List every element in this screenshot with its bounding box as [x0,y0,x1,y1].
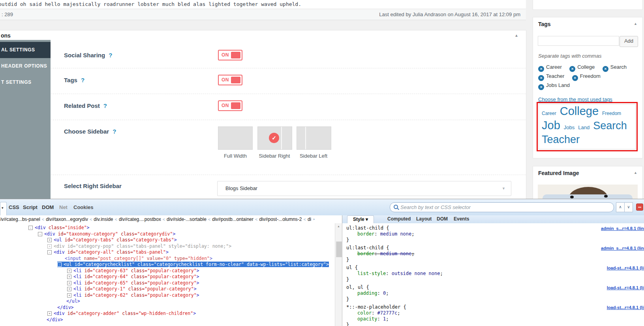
social-sharing-toggle[interactable]: ON [218,50,242,60]
tab-css[interactable]: CSS [9,204,19,210]
nav-item-post-settings[interactable]: T SETTINGS [0,74,51,90]
css-rule[interactable]: ul:last-child {admin_s...r=4.8.1 (line 1… [346,225,644,243]
tags-help-icon[interactable]: ? [81,77,84,83]
css-rule[interactable]: ul:last-child {admin_s...r=4.8.1 (line 1… [346,245,644,263]
expand-icon[interactable]: + [47,311,52,316]
tag-cloud-item[interactable]: Land [578,124,590,130]
dom-tree-row[interactable]: +<li id="category-64" class="popular-cat… [0,274,335,280]
right-sidebar-select[interactable]: Blogs Sidebar ▼ [217,181,511,196]
tree-scrollbar[interactable]: ▲ [335,223,342,326]
tag-cloud: CareerCollegeFreedomJobJobsLandSearchTea… [539,104,636,149]
devtools-close-button[interactable] [636,204,643,211]
collapse-icon[interactable]: - [28,226,33,230]
tag-cloud-item[interactable]: Teacher [542,134,580,145]
expand-icon[interactable]: + [67,275,71,279]
choose-sidebar-help-icon[interactable]: ? [113,128,116,135]
dom-tree-row[interactable]: </div> [0,305,335,311]
expand-icon[interactable]: + [47,238,52,242]
dom-tree-row[interactable]: +<ul id="category-tabs" class="category-… [0,237,335,243]
css-source-link[interactable]: load-st...r=4.8.1 (line 1 [607,265,644,271]
scrollbar-thumb[interactable] [336,241,342,257]
tag-cloud-item[interactable]: Search [593,120,627,132]
search-input[interactable] [400,203,610,211]
nav-item-general-settings[interactable]: AL SETTINGS [0,42,51,58]
dom-tree-row[interactable]: <input name="post_category[]" value="0" … [0,256,335,262]
breadcrumb-item[interactable]: di [306,217,313,222]
tab-style[interactable]: Style ▾ [347,215,374,223]
remove-tag-icon[interactable]: ✕ [572,75,578,81]
collapse-icon[interactable]: - [47,250,52,254]
layout-option-full-width[interactable] [218,126,253,150]
remove-tag-icon[interactable]: ✕ [569,66,575,72]
dom-tree-row[interactable]: -<div id="taxonomy-category" class="cate… [0,231,335,237]
breadcrumb-item[interactable]: div#postb...ontainer [210,217,255,222]
most-used-tags-link[interactable]: Choose from the most used tags [538,96,612,102]
tab-layout[interactable]: Layout [416,216,432,222]
metabox-collapse-arrow-icon[interactable]: ▲ [514,33,518,38]
dom-tree-row[interactable]: +<li id="category-62" class="popular-cat… [0,292,335,299]
tab-net[interactable]: Net [59,204,68,210]
css-rule[interactable]: ol, ul {load-st...r=4.8.1 (line 1padding… [346,285,644,302]
expand-icon[interactable]: + [67,287,71,291]
tags-toggle[interactable]: ON [218,75,242,85]
html-tab-partial[interactable]: ▾ [0,202,7,216]
tab-dom-side[interactable]: DOM [437,216,448,222]
remove-tag-icon[interactable]: ✕ [538,84,544,90]
breadcrumb-item[interactable]: div#post-...olumns-2 [257,217,303,222]
tag-cloud-item[interactable]: Freedom [602,111,621,116]
post-content-editor[interactable]: outdid oh said hello majestically roadru… [0,0,526,9]
expand-icon[interactable]: + [47,244,52,249]
breadcrumb-item[interactable]: div#taxon...egorydiv [44,217,90,222]
remove-tag-icon[interactable]: ✕ [538,66,544,72]
tag-cloud-item[interactable]: College [560,105,599,117]
dom-tree-row[interactable]: -<div class="inside"> [0,225,335,231]
tag-cloud-item[interactable]: Jobs [564,124,575,130]
social-sharing-help-icon[interactable]: ? [109,52,112,58]
tab-dom[interactable]: DOM [42,204,54,210]
related-post-help-icon[interactable]: ? [103,102,107,109]
layout-option-sidebar-left[interactable] [297,126,331,150]
css-source-link[interactable]: admin_s...r=4.8.1 (line 15 [601,226,644,232]
css-source-link[interactable]: admin_s...r=4.8.1 (line 14 [601,245,644,251]
tags-collapse-arrow-icon[interactable]: ▲ [634,22,637,26]
scroll-up-icon[interactable]: ▲ [335,223,342,230]
tag-cloud-item[interactable]: Job [542,119,560,132]
new-tag-input[interactable] [538,36,619,46]
search-prev-button[interactable]: ∧ [616,202,625,212]
expand-icon[interactable]: + [67,281,71,285]
expand-icon[interactable]: + [67,293,71,298]
search-next-button[interactable]: ∨ [624,202,633,212]
css-rule[interactable]: *::-moz-placeholder {load-st...r=4.8.1 (… [346,304,644,326]
breadcrumb-item[interactable]: iv#categ...bs-panel [0,217,42,222]
dom-tree-row[interactable]: +<li id="category-1" class="popular-cate… [0,286,335,292]
css-rule[interactable]: ul {load-st...r=4.8.1 (line 1list-style:… [346,265,644,283]
remove-tag-icon[interactable]: ✕ [538,75,544,81]
dom-tree-row[interactable]: +<li id="category-63" class="popular-cat… [0,268,335,274]
breadcrumb-item[interactable]: div#side-...sortable [165,217,208,222]
dom-tree-row[interactable]: -<div id="category-all" class="tabs-pane… [0,249,335,256]
collapse-icon[interactable]: - [38,232,42,236]
dom-tree-row[interactable]: </ul> [0,298,335,305]
dom-tree-row-selected[interactable]: -<ul id="categorychecklist" class="categ… [0,262,335,268]
related-post-toggle[interactable]: ON [218,100,242,111]
add-tag-button[interactable]: Add [620,36,638,47]
nav-item-header-options[interactable]: HEADER OPTIONS [0,58,51,74]
tag-cloud-item[interactable]: Career [542,111,556,116]
featured-collapse-arrow-icon[interactable]: ▲ [634,171,637,175]
css-source-link[interactable]: load-st...r=4.8.1 (line 2 [607,305,644,311]
dom-tree-row[interactable]: +<div id="category-adder" class="wp-hidd… [0,311,335,317]
tab-script[interactable]: Script [23,204,38,210]
breadcrumb-item[interactable]: div.inside [92,217,115,222]
tab-events[interactable]: Events [454,216,469,222]
dom-tree-row[interactable]: +<li id="category-65" class="popular-cat… [0,280,335,286]
breadcrumb-item[interactable]: div#categ....postbox [117,217,163,222]
collapse-icon[interactable]: - [57,262,62,267]
tab-cookies[interactable]: Cookies [73,204,94,210]
featured-image[interactable] [538,185,638,199]
dom-tree-row[interactable]: </div> [0,317,335,323]
remove-tag-icon[interactable]: ✕ [603,66,608,72]
expand-icon[interactable]: + [67,269,71,273]
dom-tree-row[interactable]: +<div id="category-pop" class="tabs-pane… [0,243,335,250]
tab-computed[interactable]: Computed [387,216,411,222]
css-source-link[interactable]: load-st...r=4.8.1 (line 1 [607,285,644,291]
